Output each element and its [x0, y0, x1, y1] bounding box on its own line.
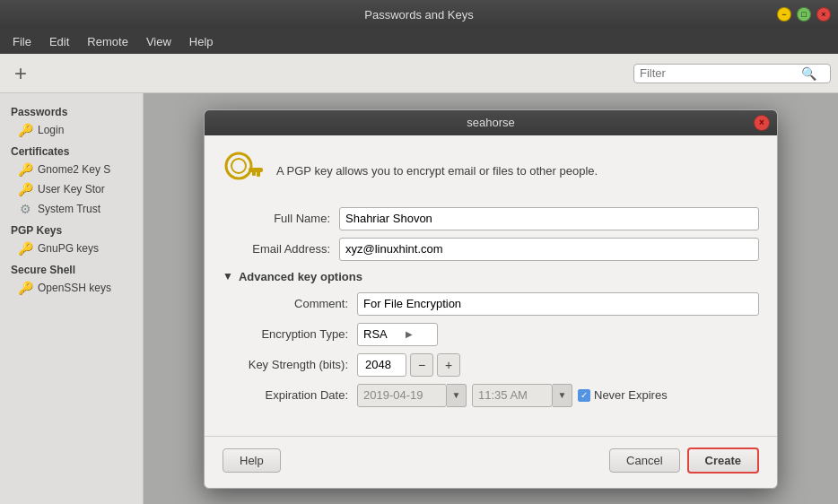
- openssh-icon: 🔑: [18, 281, 32, 295]
- key-strength-label: Key Strength (bits):: [240, 358, 357, 371]
- expiry-controls: 2019-04-19 ▼ 11:35 AM ▼ ✓: [357, 384, 668, 407]
- svg-rect-4: [252, 171, 256, 176]
- sidebar-item-gnupg-label: GnuPG keys: [38, 242, 99, 255]
- full-name-label: Full Name:: [223, 212, 339, 225]
- key-strength-value: 2048: [357, 353, 406, 377]
- sidebar-item-login[interactable]: 🔑 Login: [0, 120, 143, 140]
- date-picker: 2019-04-19 ▼: [357, 384, 467, 407]
- window-title: Passwords and Keys: [364, 8, 473, 22]
- expiration-row: Expiration Date: 2019-04-19 ▼ 11:35 AM: [240, 384, 759, 407]
- comment-input[interactable]: [357, 292, 759, 316]
- sidebar-item-openssh[interactable]: 🔑 OpenSSH keys: [0, 278, 143, 298]
- sidebar-item-user-key-stor[interactable]: 🔑 User Key Stor: [0, 179, 143, 199]
- advanced-section: ▼ Advanced key options Comment:: [223, 270, 759, 407]
- seahorse-title: seahorse: [467, 116, 514, 129]
- content-area: Passwords 🔑 Login Certificates 🔑 Gnome2 …: [0, 93, 838, 504]
- svg-rect-2: [249, 168, 263, 172]
- sidebar-item-gnome2-label: Gnome2 Key S: [38, 163, 110, 176]
- menu-file[interactable]: File: [4, 31, 40, 52]
- sidebar: Passwords 🔑 Login Certificates 🔑 Gnome2 …: [0, 93, 144, 504]
- menu-edit[interactable]: Edit: [40, 31, 78, 52]
- seahorse-dialog: seahorse ×: [204, 109, 778, 489]
- filter-area: 🔍: [633, 64, 831, 83]
- menu-view[interactable]: View: [137, 31, 180, 52]
- svg-point-0: [226, 153, 251, 178]
- menu-bar: File Edit Remote View Help: [0, 29, 838, 54]
- sidebar-section-ssh: Secure Shell: [0, 258, 143, 278]
- filter-input[interactable]: [640, 66, 801, 80]
- key-strength-increase-button[interactable]: +: [437, 353, 460, 377]
- advanced-header[interactable]: ▼ Advanced key options: [223, 270, 759, 283]
- sidebar-item-gnome2-key[interactable]: 🔑 Gnome2 Key S: [0, 160, 143, 179]
- svg-point-1: [231, 159, 246, 173]
- email-label: Email Address:: [223, 242, 339, 256]
- maximize-button[interactable]: □: [797, 7, 811, 22]
- advanced-label: Advanced key options: [239, 270, 362, 283]
- menu-remote[interactable]: Remote: [78, 31, 137, 52]
- encryption-select: RSA ▶: [357, 323, 438, 346]
- gnome2-key-icon: 🔑: [18, 162, 32, 177]
- date-input: 2019-04-19: [357, 384, 447, 407]
- dialog-overlay: seahorse ×: [144, 93, 838, 504]
- encryption-type-label: Encryption Type:: [240, 327, 357, 341]
- full-name-row: Full Name:: [223, 207, 759, 230]
- expiration-label: Expiration Date:: [240, 388, 357, 402]
- dialog-buttons: Help Cancel Create: [205, 436, 777, 488]
- never-expires-control: ✓ Never Expires: [578, 388, 668, 402]
- sidebar-item-login-label: Login: [38, 124, 64, 136]
- email-input[interactable]: [339, 238, 759, 261]
- filter-icon: 🔍: [801, 66, 816, 81]
- sidebar-section-certificates: Certificates: [0, 140, 143, 160]
- advanced-arrow-icon: ▼: [223, 270, 233, 282]
- never-expires-label: Never Expires: [594, 388, 668, 402]
- sidebar-section-pgp: PGP Keys: [0, 219, 143, 239]
- seahorse-close-button[interactable]: ×: [754, 115, 770, 131]
- comment-label: Comment:: [240, 297, 357, 310]
- cancel-button[interactable]: Cancel: [609, 448, 679, 473]
- login-icon: 🔑: [18, 123, 32, 137]
- time-picker: 11:35 AM ▼: [472, 384, 572, 407]
- encryption-type-select[interactable]: RSA ▶: [357, 323, 438, 346]
- comment-row: Comment:: [240, 292, 759, 316]
- svg-rect-3: [257, 171, 260, 177]
- help-button[interactable]: Help: [223, 448, 281, 473]
- dialog-body: A PGP key allows you to encrypt email or…: [205, 135, 777, 429]
- toolbar: + 🔍: [0, 54, 838, 93]
- dialog-header: A PGP key allows you to encrypt email or…: [223, 150, 759, 193]
- title-bar: Passwords and Keys − □ ×: [0, 0, 838, 29]
- sidebar-section-passwords: Passwords: [0, 100, 143, 120]
- menu-help[interactable]: Help: [180, 31, 223, 52]
- key-strength-row: Key Strength (bits): 2048 − +: [240, 353, 759, 377]
- time-input: 11:35 AM: [472, 384, 553, 407]
- user-key-icon: 🔑: [18, 182, 32, 196]
- advanced-form: Comment: Encryption Type: RSA: [223, 292, 759, 407]
- sidebar-item-system-trust[interactable]: ⚙ System Trust: [0, 199, 143, 219]
- date-dropdown-button[interactable]: ▼: [447, 384, 467, 407]
- sidebar-item-gnupg[interactable]: 🔑 GnuPG keys: [0, 239, 143, 258]
- encryption-type-row: Encryption Type: RSA ▶: [240, 323, 759, 346]
- create-button[interactable]: Create: [687, 448, 759, 474]
- email-row: Email Address:: [223, 238, 759, 261]
- dialog-description: A PGP key allows you to encrypt email or…: [276, 164, 598, 178]
- full-name-input[interactable]: [339, 207, 759, 230]
- seahorse-title-bar: seahorse ×: [205, 110, 777, 135]
- sidebar-item-openssh-label: OpenSSH keys: [38, 282, 111, 294]
- key-strength-control: 2048 − +: [357, 353, 460, 377]
- time-dropdown-button[interactable]: ▼: [553, 384, 572, 407]
- main-panel: seahorse ×: [144, 93, 838, 504]
- system-trust-icon: ⚙: [18, 202, 32, 216]
- sidebar-item-user-key-label: User Key Stor: [38, 183, 105, 196]
- add-button[interactable]: +: [7, 59, 34, 88]
- never-expires-checkbox[interactable]: ✓: [578, 389, 590, 402]
- close-button[interactable]: ×: [816, 7, 831, 22]
- minimize-button[interactable]: −: [777, 7, 791, 22]
- encryption-type-arrow-icon: ▶: [406, 329, 413, 339]
- key-strength-decrease-button[interactable]: −: [410, 353, 433, 377]
- main-window: Passwords and Keys − □ × File Edit Remot…: [0, 0, 838, 504]
- window-controls: − □ ×: [777, 7, 831, 22]
- gnupg-icon: 🔑: [18, 241, 32, 256]
- pgp-key-icon: [223, 150, 266, 193]
- sidebar-item-system-trust-label: System Trust: [38, 203, 100, 215]
